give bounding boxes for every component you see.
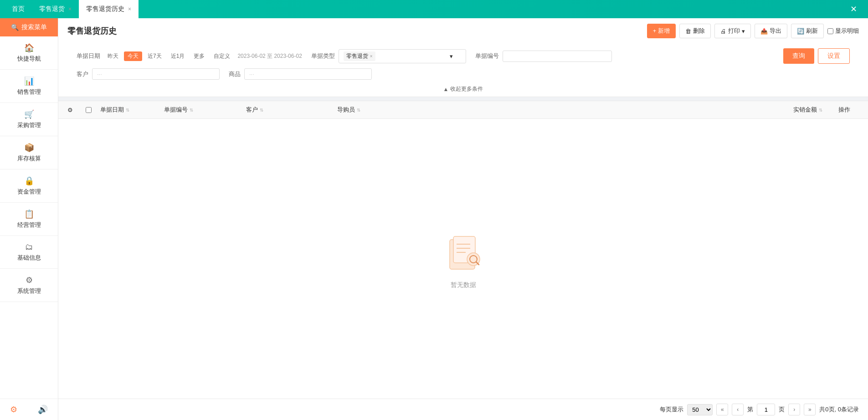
th-checkbox[interactable]	[82, 107, 97, 113]
sidebar-item-purchase-mgmt-label: 采购管理	[17, 121, 41, 129]
th-amount[interactable]: 实销金额 ⇅	[771, 106, 826, 114]
doc-type-tag-close[interactable]: ×	[370, 54, 373, 59]
date-btn-yesterday[interactable]: 昨天	[104, 51, 122, 61]
filter-doc-date: 单据日期 昨天 今天 近7天 近1月 更多 自定义 2023-06-02 至 2…	[77, 51, 302, 61]
sidebar-item-sales-mgmt-label: 销售管理	[17, 88, 41, 96]
show-detail-checkbox[interactable]	[827, 28, 833, 34]
th-settings[interactable]: ⚙	[64, 107, 82, 113]
th-doc-date[interactable]: 单据日期 ⇅	[97, 106, 160, 114]
system-mgmt-icon: ⚙	[26, 275, 33, 285]
page-size-select[interactable]: 20 50 100	[687, 404, 713, 415]
tab-retail-return[interactable]: 零售退货 ×	[32, 0, 79, 18]
sidebar-item-purchase-mgmt[interactable]: 🛒 采购管理	[0, 103, 58, 136]
goods-select[interactable]: ···	[244, 68, 372, 80]
sidebar-item-finance-label: 资金管理	[17, 188, 41, 196]
th-guide[interactable]: 导购员 ⇅	[334, 106, 402, 114]
sidebar-bottom: ⚙ 🔊	[0, 399, 58, 420]
export-label: 导出	[770, 27, 781, 35]
select-all-checkbox[interactable]	[86, 107, 92, 113]
filter-doc-no: 单据编号	[475, 51, 612, 62]
print-label: 打印	[728, 27, 740, 35]
refresh-label: 刷新	[806, 27, 818, 35]
page-title: 零售退货历史	[67, 26, 117, 36]
window-close-button[interactable]: ✕	[847, 4, 861, 14]
delete-button[interactable]: 🗑 删除	[679, 24, 711, 38]
print-icon: 🖨	[720, 28, 726, 35]
tab-home[interactable]: 首页	[5, 0, 32, 18]
sidebar-item-sales-mgmt[interactable]: 📊 销售管理	[0, 70, 58, 103]
th-doc-date-sort: ⇅	[126, 108, 129, 113]
filter-goods: 商品 ···	[229, 68, 372, 80]
th-guide-label: 导购员	[337, 106, 355, 114]
sidebar: 🔍 搜索菜单 🏠 快捷导航 📊 销售管理 🛒 采购管理 📦 库存核算 🔒 资金管…	[0, 18, 58, 420]
filter-row-1: 单据日期 昨天 今天 近7天 近1月 更多 自定义 2023-06-02 至 2…	[77, 44, 850, 68]
empty-illustration	[441, 228, 486, 274]
doc-type-dropdown-icon: ▾	[450, 53, 453, 60]
th-doc-no-label: 单据编号	[164, 106, 188, 114]
date-btn-more[interactable]: 更多	[190, 51, 208, 61]
sidebar-item-operations[interactable]: 📋 经营管理	[0, 203, 58, 236]
tab-retail-return-history[interactable]: 零售退货历史 ×	[79, 0, 139, 18]
th-doc-no-sort: ⇅	[190, 108, 193, 113]
inventory-icon: 📦	[24, 143, 34, 153]
customer-select[interactable]: ···	[92, 68, 220, 80]
th-ops-label: 操作	[838, 106, 850, 114]
last-page-button[interactable]: »	[804, 404, 816, 415]
query-button[interactable]: 查询	[783, 48, 814, 64]
doc-type-select[interactable]: 零售退货 × ▾	[339, 49, 466, 63]
date-btn-7days[interactable]: 近7天	[144, 51, 165, 61]
table-header: ⚙ 单据日期 ⇅ 单据编号 ⇅ 客户 ⇅	[58, 101, 868, 119]
collapse-bar[interactable]: ▲ 收起更多条件	[77, 82, 850, 97]
top-bar: 首页 零售退货 × 零售退货历史 × ✕	[0, 0, 868, 18]
page-label: 第	[747, 405, 753, 414]
doc-no-input[interactable]	[503, 51, 612, 62]
page-input[interactable]	[757, 404, 775, 415]
sound-icon[interactable]: 🔊	[38, 405, 48, 415]
print-button[interactable]: 🖨 打印 ▾	[714, 24, 751, 38]
sidebar-item-basic-info[interactable]: 🗂 基础信息	[0, 236, 58, 269]
sidebar-item-finance[interactable]: 🔒 资金管理	[0, 169, 58, 203]
first-page-button[interactable]: «	[716, 404, 728, 415]
settings-icon[interactable]: ⚙	[10, 405, 17, 415]
th-customer-sort: ⇅	[260, 108, 263, 113]
th-guide-sort: ⇅	[357, 108, 360, 113]
sidebar-item-inventory[interactable]: 📦 库存核算	[0, 136, 58, 169]
th-customer[interactable]: 客户 ⇅	[242, 106, 334, 114]
refresh-button[interactable]: 🔄 刷新	[791, 24, 824, 38]
date-btn-1month[interactable]: 近1月	[167, 51, 189, 61]
sidebar-item-system-mgmt[interactable]: ⚙ 系统管理	[0, 269, 58, 302]
home-icon: 🏠	[24, 43, 34, 53]
page-unit: 页	[779, 405, 785, 414]
filter-doc-type: 单据类型 零售退货 × ▾	[311, 49, 466, 63]
close-retail-return-tab[interactable]: ×	[68, 6, 72, 12]
doc-type-tag: 零售退货 ×	[344, 51, 375, 61]
page-size-label: 每页显示	[660, 405, 683, 414]
show-detail-checkbox-label[interactable]: 显示明细	[827, 27, 859, 35]
prev-page-button[interactable]: ‹	[732, 404, 744, 415]
tab-retail-return-history-label: 零售退货历史	[86, 5, 124, 13]
export-button[interactable]: 📤 导出	[755, 24, 787, 38]
tab-retail-return-label: 零售退货	[39, 5, 65, 13]
empty-text: 暂无数据	[451, 281, 476, 289]
search-icon: 🔍	[11, 24, 19, 31]
sidebar-item-quick-nav[interactable]: 🏠 快捷导航	[0, 36, 58, 70]
date-range-text: 2023-06-02 至 2023-06-02	[237, 52, 302, 60]
basic-info-icon: 🗂	[25, 242, 33, 252]
collapse-label: 收起更多条件	[450, 85, 483, 93]
date-btn-today[interactable]: 今天	[124, 51, 142, 61]
table-section: ⚙ 单据日期 ⇅ 单据编号 ⇅ 客户 ⇅	[58, 101, 868, 399]
add-button[interactable]: + 新增	[647, 24, 676, 38]
purchase-icon: 🛒	[24, 109, 34, 119]
customer-ellipsis: ···	[97, 71, 102, 77]
sidebar-search-label: 搜索菜单	[21, 23, 47, 31]
pagination-bar: 每页显示 20 50 100 « ‹ 第 页 › » 共0页, 0条记录	[58, 399, 868, 420]
next-page-button[interactable]: ›	[788, 404, 800, 415]
th-doc-no[interactable]: 单据编号 ⇅	[160, 106, 242, 114]
th-doc-date-label: 单据日期	[100, 106, 124, 114]
filter-settings-button[interactable]: 设置	[818, 48, 850, 64]
th-amount-sort: ⇅	[819, 108, 822, 113]
date-btn-custom[interactable]: 自定义	[210, 51, 234, 61]
sidebar-search[interactable]: 🔍 搜索菜单	[0, 18, 58, 36]
print-dropdown-icon: ▾	[742, 28, 745, 35]
close-retail-return-history-tab[interactable]: ×	[128, 6, 131, 12]
